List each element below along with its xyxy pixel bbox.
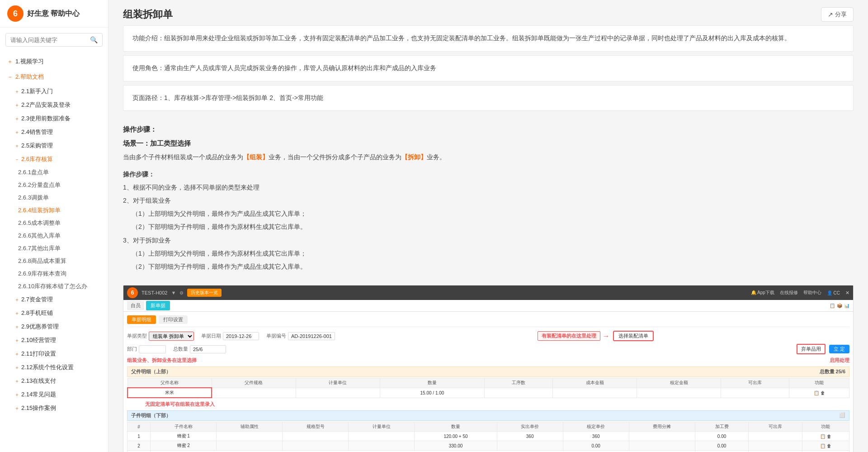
minus-icon: － [7, 73, 13, 81]
sidebar-item-docs-267[interactable]: 2.6.7其他出库单 [0, 242, 108, 255]
ss-input-date[interactable]: 2019-12-26 [223, 332, 259, 340]
sidebar-item-video[interactable]: ＋ 1.视频学习 [0, 54, 108, 69]
sidebar-item-label: 2.3使用前数据准备 [21, 114, 71, 123]
sidebar-item-docs-26[interactable]: － 2.6库存核算 [0, 152, 108, 166]
sidebar-item-docs-2610[interactable]: 2.6.10库存账本错了怎么办 [0, 280, 108, 293]
intro-block-1: 功能介绍：组装拆卸单用来处理企业组装或拆卸等加工业务，支持有固定装配清单的产品加… [123, 25, 854, 52]
ss-topbar-id: TEST-H002 [142, 290, 167, 295]
ss-btn-print[interactable]: 打印设置 [159, 315, 188, 324]
step3b: （2）下部明细为子件明细，最终作为产成品生成其它入库单。 [123, 261, 854, 272]
sidebar-item-docs-25[interactable]: ＋ 2.5采购管理 [0, 139, 108, 152]
ss-lower-expand[interactable]: ⬜ [839, 412, 845, 419]
ss-confirm-btn[interactable]: 立 定 [829, 345, 849, 353]
ss-label-type: 单据类型 [127, 333, 147, 339]
ss-repair: 在线报修 [780, 290, 798, 296]
ss-field-dept: 部门 [127, 345, 166, 353]
screenshot-container: 6 TEST-H002 ▼ ⚙ 历史版本一览 🔔 App下载 在线报修 帮助中心… [123, 285, 854, 452]
ss-history-btn[interactable]: 历史版本一览 [187, 289, 222, 297]
ss-warehouse-input[interactable]: 弃单品用 [797, 344, 826, 354]
ss-upper-th-8: 可出库 [721, 378, 789, 388]
sidebar-item-docs-262[interactable]: 2.6.2分量盘点单 [0, 179, 108, 191]
ss-lower-avail-1 [749, 432, 802, 441]
ss-input-qty[interactable]: 25/6 [190, 345, 226, 353]
ss-field-date: 单据日期 2019-12-26 [201, 332, 259, 340]
ss-annotation2-area: 组装业务、拆卸业务在这里选择 [127, 357, 197, 364]
sidebar-item-docs-263[interactable]: 2.6.3调拨单 [0, 191, 108, 204]
ss-upper-th-9: 功能 [789, 378, 849, 388]
sidebar-item-docs-28[interactable]: ＋ 2.8手机旺铺 [0, 306, 108, 320]
sidebar-item-docs-21[interactable]: ＋ 2.1新手入门 [0, 85, 108, 98]
search-box[interactable]: 🔍 [5, 33, 103, 47]
ss-field-billno: 单据编号 AD-20191226-001 [266, 332, 335, 340]
sidebar-item-docs-269[interactable]: 2.6.9库存账本查询 [0, 267, 108, 280]
sidebar-item-docs[interactable]: － 2.帮助文档 [0, 69, 108, 85]
search-icon[interactable]: 🔍 [90, 36, 98, 43]
sidebar-item-docs-211[interactable]: ＋ 2.11打印设置 [0, 347, 108, 361]
ss-input-billno[interactable]: AD-20191226-001 [288, 332, 335, 340]
steps-title: 操作步骤： [123, 125, 854, 134]
ss-annotation2: 组装业务、拆卸业务在这里选择 [127, 357, 197, 364]
ss-label-date: 单据日期 [201, 333, 221, 339]
ss-lower-label: 子件明细（下部） [131, 412, 171, 419]
share-button[interactable]: ↗ 分享 [821, 7, 854, 22]
sidebar-item-docs-261[interactable]: 2.6.1盘点单 [0, 166, 108, 179]
ss-label-dept: 部门 [127, 346, 137, 352]
search-input[interactable] [10, 37, 90, 43]
ss-lower-row-3: 3 0.00 📋 🗑 [127, 451, 849, 452]
ss-annotation1-area: 有装配清单的在这里处理 → 选择装配清单 [342, 331, 849, 341]
ss-form-row1: 单据类型 组装单 拆卸单 单据日期 2019-12-26 单据编号 AD-201… [127, 331, 849, 341]
ss-nav-ziyuan[interactable]: 自员 [127, 301, 144, 310]
sidebar-item-label: 2.帮助文档 [15, 73, 44, 81]
ss-upper-cell-spec [212, 388, 296, 398]
ss-lower-th-spec: 规格型号 [283, 422, 349, 432]
ss-lower-name-2: 蜂蜜 2 [151, 441, 217, 451]
ss-input-dept[interactable] [139, 345, 166, 353]
scenario1-desc: 当由多个子件材料组装成一个成品的业务为【组装】业务，当由一个父件拆分成多个子产品… [123, 152, 854, 163]
sidebar-item-docs-264[interactable]: 2.6.4组装拆卸单 [0, 204, 108, 217]
ss-upper-th-6: 成本金额 [553, 378, 637, 388]
ss-select-type[interactable]: 组装单 拆卸单 [149, 332, 194, 341]
ss-lower-fee-1: 0.00 [695, 432, 749, 441]
ss-lower-th-approved: 核定单价 [563, 422, 629, 432]
ss-dropdown-icon: ▼ [171, 290, 176, 295]
sidebar-item-docs-268[interactable]: 2.6.8商品成本重算 [0, 255, 108, 267]
ss-lower-func-2: 📋 🗑 [802, 441, 849, 451]
ss-lower-avail-3 [749, 451, 802, 452]
sidebar-item-docs-27[interactable]: ＋ 2.7资金管理 [0, 293, 108, 306]
ss-btn-save[interactable]: 单据明细 [127, 315, 156, 324]
steps-section: 操作步骤： 场景一：加工类型选择 当由多个子件材料组装成一个成品的业务为【组装】… [123, 114, 854, 278]
ss-upper-count: 总数量 25/6 [820, 368, 845, 375]
bracket-disassemble: 【拆卸】 [401, 153, 427, 161]
sidebar-item-label: 1.视频学习 [15, 57, 44, 66]
sidebar-item-docs-212[interactable]: ＋ 2.12系统个性化设置 [0, 361, 108, 374]
sidebar-item-docs-23[interactable]: ＋ 2.3使用前数据准备 [0, 112, 108, 125]
ss-close-icon[interactable]: ✕ [845, 290, 849, 296]
ss-lower-spec-2 [283, 441, 349, 451]
ss-upper-th-3: 计量单位 [296, 378, 380, 388]
sidebar-item-label: 2.5采购管理 [21, 142, 53, 150]
sidebar-item-docs-265[interactable]: 2.6.5成本调整单 [0, 217, 108, 229]
ss-upper-row-1: 米米 15.00 / 1.00 📋 🗑 [127, 388, 849, 398]
ss-lower-avail-2 [749, 441, 802, 451]
sidebar-item-docs-214[interactable]: ＋ 2.14常见问题 [0, 388, 108, 401]
sidebar-item-label: 2.2产品安装及登录 [21, 101, 71, 109]
ss-app-download: 🔔 App下载 [751, 290, 774, 296]
sidebar-item-docs-213[interactable]: ＋ 2.13在线支付 [0, 374, 108, 388]
sidebar-header: 6 好生意 帮助中心 [0, 0, 108, 28]
page-title: 组装拆卸单 [123, 8, 173, 21]
sidebar-item-docs-210[interactable]: ＋ 2.10经营管理 [0, 333, 108, 347]
ss-lower-th-avail: 可出库 [749, 422, 802, 432]
sidebar-item-docs-24[interactable]: ＋ 2.4销售管理 [0, 125, 108, 139]
ss-lower-approved-1: 360 [563, 432, 629, 441]
ss-select-template-btn[interactable]: 选择装配清单 [613, 331, 654, 341]
ss-lower-func-3: 📋 🗑 [802, 451, 849, 452]
ss-nav-newbill[interactable]: 新单据 [146, 301, 170, 310]
sidebar-item-docs-22[interactable]: ＋ 2.2产品安装及登录 [0, 98, 108, 112]
sidebar-item-docs-215[interactable]: ＋ 2.15操作案例 [0, 401, 108, 415]
sidebar-item-docs-29[interactable]: ＋ 2.9优惠券管理 [0, 320, 108, 333]
ss-upper-cell-proc [485, 388, 553, 398]
ss-upper-table-header: 父件明细（上部） 总数量 25/6 [127, 366, 849, 377]
sidebar-item-docs-266[interactable]: 2.6.6其他入库单 [0, 229, 108, 242]
content-area: 功能介绍：组装拆卸单用来处理企业组装或拆卸等加工业务，支持有固定装配清单的产品加… [108, 25, 868, 452]
ss-lower-price-1: 360 [497, 432, 563, 441]
